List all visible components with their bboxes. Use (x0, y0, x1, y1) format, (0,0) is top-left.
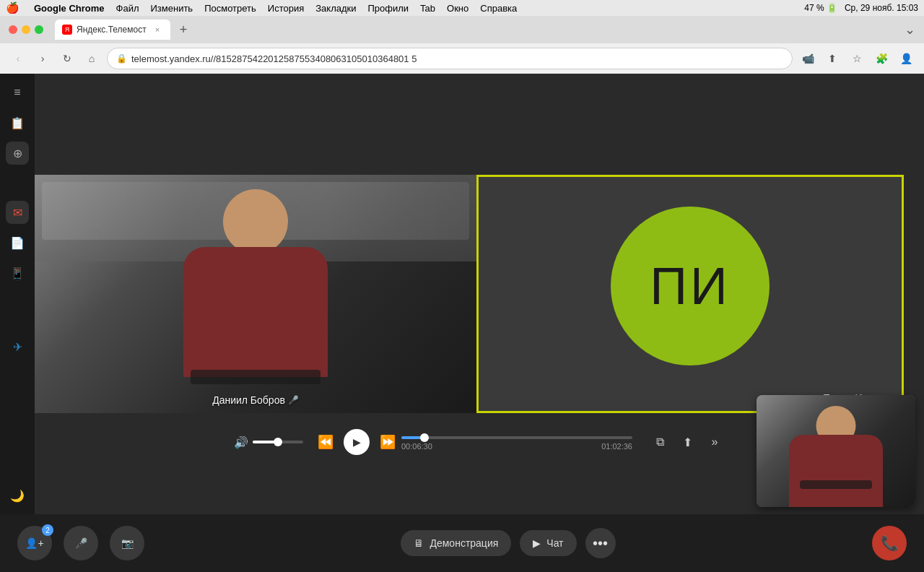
skip-forward-button[interactable]: ⏩ (380, 434, 396, 450)
ssl-lock-icon: 🔒 (116, 53, 127, 64)
main-participant-name: Даниил Бобров (212, 394, 285, 406)
close-button[interactable] (9, 25, 17, 34)
add-participant-button[interactable]: 👤+ 2 (17, 526, 52, 560)
menu-edit[interactable]: Изменить (150, 3, 193, 14)
url-text: telemost.yandex.ru//81528754220125875534… (131, 53, 417, 64)
extra-buttons: ⧉ ⬆ » (650, 432, 725, 452)
share-link-button[interactable]: ⬆ (677, 432, 697, 452)
menu-view[interactable]: Посмотреть (204, 3, 256, 14)
main-video-bg (35, 175, 476, 413)
avatar-initials: ПИ (650, 256, 731, 316)
app-name[interactable]: Google Chrome (34, 3, 105, 14)
camera-button[interactable]: 📷 (110, 526, 144, 560)
video-area: Даниил Бобров 🎤 ПИ Павел Ивонин 🔊 (35, 74, 924, 514)
chat-icon: ▶ (533, 537, 541, 549)
progress-area: 00:06:30 01:02:36 (401, 436, 632, 451)
more-options-bottom-button[interactable]: ••• (585, 528, 616, 558)
playback-btn-group: ⏪ ▶ ⏩ (318, 429, 396, 455)
main-content: ≡ 📋 ⊕ ✉ 📄 📱 ✈ 🌙 (0, 74, 924, 514)
menu-profiles[interactable]: Профили (367, 3, 409, 14)
playback-buttons-row: ⏪ ▶ ⏩ 00:06:30 01:02:36 (318, 429, 725, 455)
titlebar: Я Яндекс.Телемост × + ⌄ (0, 16, 924, 43)
microphone-icon: 🎤 (75, 537, 87, 549)
extensions-icon[interactable]: 🧩 (872, 49, 891, 68)
menu-bookmarks[interactable]: Закладки (315, 3, 356, 14)
menu-file[interactable]: Файл (116, 3, 139, 14)
macos-menubar: 🍎 Google Chrome Файл Изменить Посмотреть… (0, 0, 924, 16)
forward-button[interactable]: › (33, 49, 52, 68)
chat-button[interactable]: ▶ Чат (520, 530, 576, 556)
volume-slider[interactable] (253, 441, 303, 443)
minimize-button[interactable] (22, 25, 30, 34)
more-options-button[interactable]: » (705, 432, 725, 452)
tab-favicon: Я (62, 25, 72, 35)
progress-bar[interactable] (401, 436, 632, 439)
menu-history[interactable]: История (268, 3, 304, 14)
microphone-button[interactable]: 🎤 (64, 526, 98, 560)
bottom-left-controls: 👤+ 2 🎤 📷 (17, 526, 144, 560)
share-icon[interactable]: ⬆ (823, 49, 842, 68)
address-bar[interactable]: 🔒 telemost.yandex.ru//815287542201258755… (107, 48, 793, 69)
apple-menu[interactable]: 🍎 (6, 1, 19, 14)
volume-icon[interactable]: 🔊 (234, 436, 248, 449)
cast-icon[interactable]: 📹 (798, 49, 817, 68)
person-head (223, 189, 288, 254)
tab-close-button[interactable]: × (152, 24, 163, 35)
main-video-label: Даниил Бобров 🎤 (212, 394, 299, 406)
tab-bar: Я Яндекс.Телемост × + (55, 20, 899, 40)
sidebar-icon-4[interactable]: 📄 (6, 231, 29, 254)
end-call-icon: 📞 (881, 534, 899, 552)
sidebar-icon-2[interactable]: 📋 (6, 111, 29, 134)
end-call-button[interactable]: 📞 (872, 526, 907, 560)
menubar-right: 47 % 🔋 Ср, 29 нояб. 15:03 (804, 3, 918, 13)
back-button[interactable]: ‹ (9, 49, 27, 68)
datetime: Ср, 29 нояб. 15:03 (845, 3, 918, 13)
main-video-panel: Даниил Бобров 🎤 (35, 175, 476, 413)
skip-back-button[interactable]: ⏪ (318, 434, 334, 450)
video-top-space (35, 74, 924, 175)
demo-label: Демонстрация (430, 537, 498, 549)
profile-icon[interactable]: 👤 (897, 49, 915, 68)
reload-button[interactable]: ↻ (58, 49, 77, 68)
tab-title: Яндекс.Телемост (77, 25, 147, 35)
sidebar-icon-mail[interactable]: ✉ (6, 201, 29, 224)
participant-count-badge: 2 (42, 524, 53, 536)
chat-label: Чат (546, 537, 563, 549)
demo-button[interactable]: 🖥 Демонстрация (401, 530, 511, 556)
navbar: ‹ › ↻ ⌂ 🔒 telemost.yandex.ru//8152875422… (0, 43, 924, 74)
sidebar-telegram[interactable]: ✈ (6, 335, 29, 358)
more-icon: ••• (593, 535, 608, 552)
sidebar-icon-5[interactable]: 📱 (6, 261, 29, 285)
demo-icon: 🖥 (414, 537, 424, 549)
window-collapse-button[interactable]: ⌄ (905, 22, 915, 38)
sidebar-icon-bottom[interactable]: 🌙 (6, 484, 29, 507)
bottom-bar: 👤+ 2 🎤 📷 🖥 Демонстрация ▶ Чат ••• (0, 514, 924, 572)
mini-person-body (789, 435, 883, 507)
mini-video-bg (757, 395, 915, 507)
maximize-button[interactable] (35, 25, 43, 34)
person-body (183, 247, 328, 377)
sidebar-icon-3[interactable]: ⊕ (6, 142, 29, 165)
progress-times: 00:06:30 01:02:36 (401, 442, 632, 451)
menu-tab[interactable]: Tab (420, 3, 435, 14)
navbar-actions: 📹 ⬆ ☆ 🧩 👤 (798, 49, 915, 68)
menu-help[interactable]: Справка (480, 3, 517, 14)
playback-controls: ⏪ ▶ ⏩ (318, 429, 396, 455)
current-time: 00:06:30 (401, 442, 432, 451)
volume-thumb (274, 438, 282, 446)
sidebar-icon-1[interactable]: ≡ (6, 81, 29, 104)
video-row: Даниил Бобров 🎤 ПИ Павел Ивонин (35, 175, 924, 413)
active-tab[interactable]: Я Яндекс.Телемост × (55, 20, 170, 40)
main-mic-icon: 🎤 (288, 395, 299, 405)
share-screen-ctrl-button[interactable]: ⧉ (650, 432, 670, 452)
progress-thumb (420, 433, 429, 442)
bookmark-icon[interactable]: ☆ (847, 49, 866, 68)
home-button[interactable]: ⌂ (82, 49, 101, 68)
menu-window[interactable]: Окно (447, 3, 468, 14)
battery-status: 47 % 🔋 (804, 3, 837, 13)
play-button[interactable]: ▶ (344, 429, 370, 455)
new-tab-button[interactable]: + (173, 20, 193, 40)
second-video-panel: ПИ Павел Ивонин (476, 175, 904, 413)
volume-area: 🔊 (234, 436, 303, 449)
mini-video-thumbnail (757, 395, 915, 507)
